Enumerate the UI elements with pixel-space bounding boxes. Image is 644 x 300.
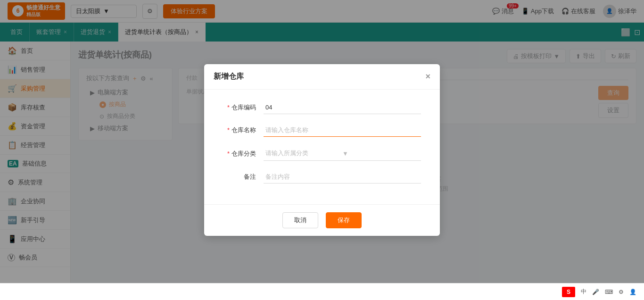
note-label: 备注: [223, 173, 256, 181]
lang-icon: 中: [581, 288, 586, 296]
user-bottom-item[interactable]: 👤: [629, 289, 636, 295]
bottom-bar: S 中 🎤 ⌨ ⚙ 👤: [0, 283, 644, 300]
code-input[interactable]: [264, 101, 421, 114]
form-row-name: 仓库名称: [223, 124, 421, 137]
form-row-category: 仓库分类 请输入所属分类 ▼: [223, 146, 421, 161]
modal-overlay: 新增仓库 × 仓库编码 仓库名称 仓库分类 请输入所属分类 ▼: [0, 0, 644, 300]
category-label: 仓库分类: [223, 150, 256, 158]
code-label: 仓库编码: [223, 103, 256, 112]
modal-body: 仓库编码 仓库名称 仓库分类 请输入所属分类 ▼ 备注: [204, 90, 440, 204]
form-row-note: 备注: [223, 170, 421, 183]
mic-icon: 🎤: [592, 289, 599, 295]
form-row-code: 仓库编码: [223, 101, 421, 114]
modal-close-button[interactable]: ×: [425, 72, 430, 82]
save-button[interactable]: 保存: [326, 212, 362, 228]
name-input[interactable]: [264, 124, 421, 137]
lang-item[interactable]: 中: [581, 288, 586, 296]
settings-bottom-icon: ⚙: [619, 289, 624, 295]
mic-item[interactable]: 🎤: [592, 289, 599, 295]
user-bottom-icon: 👤: [629, 289, 636, 295]
modal-footer: 取消 保存: [204, 204, 440, 236]
modal-title: 新增仓库: [214, 72, 244, 82]
keyboard-item[interactable]: ⌨: [605, 289, 613, 295]
modal-add-warehouse: 新增仓库 × 仓库编码 仓库名称 仓库分类 请输入所属分类 ▼: [204, 64, 440, 236]
settings-bottom-item[interactable]: ⚙: [619, 289, 624, 295]
name-label: 仓库名称: [223, 126, 256, 134]
category-select[interactable]: 请输入所属分类 ▼: [264, 146, 421, 161]
s-logo: S: [562, 287, 575, 297]
cancel-button[interactable]: 取消: [282, 212, 318, 228]
modal-header: 新增仓库 ×: [204, 64, 440, 90]
category-placeholder: 请输入所属分类: [265, 149, 342, 158]
dropdown-arrow-icon: ▼: [342, 150, 419, 157]
keyboard-icon: ⌨: [605, 289, 613, 295]
note-input[interactable]: [264, 170, 421, 183]
